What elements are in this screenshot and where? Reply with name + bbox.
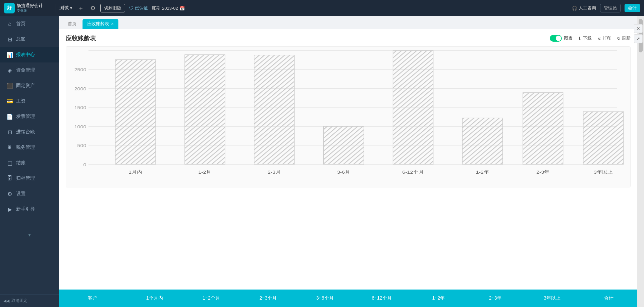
role-button[interactable]: 会计 [625,4,640,12]
funds-icon: ◈ [7,67,13,73]
svg-text:1-2年: 1-2年 [476,170,489,175]
table-col-2m: 1~2个月 [183,295,239,301]
svg-text:1000: 1000 [74,124,86,129]
svg-rect-16 [324,126,364,164]
chart-toggle-label: 图表 [564,35,573,41]
add-button[interactable]: ＋ [76,3,86,13]
sidebar-item-ledger[interactable]: ⊞ 总账 [0,32,59,47]
user-button[interactable]: 管理员 [600,4,621,12]
tab-home[interactable]: 首页 [63,19,81,29]
tax-icon: 🖩 [7,144,13,150]
consult-button[interactable]: 🎧 人工咨询 [572,5,596,11]
svg-text:2500: 2500 [74,68,86,73]
sidebar-label-salary: 工资 [16,98,25,104]
switch-version-button[interactable]: 切到旧版 [100,4,125,12]
topbar: 好 畅捷通好会计 专业版 测试 ▾ ＋ ⚙ 切到旧版 🛡 已认证 账期 2023… [0,0,644,16]
invoice-icon: 📄 [7,114,13,120]
home-icon: ⌂ [7,21,13,27]
sidebar-label-funds: 资金管理 [16,67,35,73]
sidebar-label-home: 首页 [16,21,25,27]
svg-text:2-3年: 2-3年 [536,170,549,175]
right-scrollbar[interactable]: ✕ ⤢ [637,16,644,307]
sidebar-item-home[interactable]: ⌂ 首页 [0,16,59,32]
sidebar-item-funds[interactable]: ◈ 资金管理 [0,62,59,78]
scroll-down-icon: ▼ [28,233,32,237]
refresh-icon: ↻ [617,36,621,41]
project-name: 测试 [59,5,69,11]
closing-icon: ◫ [7,160,13,166]
svg-text:3年以上: 3年以上 [594,170,613,175]
table-col-total: 合计 [581,295,637,301]
sidebar-item-settings[interactable]: ⚙ 设置 [0,186,59,202]
sidebar-label-assets: 固定资产 [16,83,35,89]
archive-icon: 🗄 [7,175,13,181]
chart-toggle[interactable]: 图表 [550,35,573,42]
table-col-3y: 2~3年 [467,295,524,301]
content-area: 首页 应收账龄表 × 应收账龄表 图表 [59,16,637,307]
svg-text:500: 500 [77,143,86,148]
period-value: 2023-02 [162,6,178,11]
sidebar-item-reports[interactable]: 📊 报表中心 [0,47,59,62]
reports-icon: 📊 [7,52,13,58]
table-col-customer: 客户 [59,295,126,301]
main-layout: ⌂ 首页 ⊞ 总账 📊 报表中心 ◈ 资金管理 ⬛ 固定资产 💳 工资 📄 发票… [0,16,644,307]
sidebar-label-ledger: 总账 [16,36,25,42]
toggle-thumb [556,36,561,41]
expand-window-button[interactable]: ⤢ [634,34,643,43]
close-window-button[interactable]: ✕ [634,24,643,33]
table-section: 客户 1个月内 1~2个月 2~3个月 3~6个月 6~12个月 1~2年 2~… [59,290,637,307]
settings-icon[interactable]: ⚙ [88,3,98,13]
app-edition: 专业版 [17,8,43,13]
sidebar-item-archive[interactable]: 🗄 归档管理 [0,171,59,186]
window-controls: ✕ ⤢ [633,23,644,44]
sidebar-item-salary[interactable]: 💳 工资 [0,93,59,109]
tab-aging-label: 应收账龄表 [87,21,109,27]
sidebar-label-invoice: 发票管理 [16,114,35,120]
sidebar-label-guide: 新手引导 [16,206,35,212]
sidebar-label-reports: 报表中心 [16,52,35,58]
ledger-icon: ⊞ [7,36,13,42]
toggle-track[interactable] [550,35,562,42]
svg-rect-17 [393,50,433,164]
table-col-6m: 3~6个月 [297,295,353,301]
svg-rect-18 [462,118,502,164]
svg-text:1500: 1500 [74,105,86,111]
tab-close-icon[interactable]: × [111,21,114,27]
print-label: 打印 [603,35,611,41]
logo-icon: 好 [4,3,15,13]
sidebar-item-invoice[interactable]: 📄 发票管理 [0,109,59,124]
print-icon: 🖨 [597,36,601,41]
sidebar-item-assets[interactable]: ⬛ 固定资产 [0,78,59,93]
sidebar-item-closing[interactable]: ◫ 结账 [0,155,59,171]
bar-chart: 0 500 1000 1500 2000 2500 [66,47,630,187]
sidebar-label-settings: 设置 [16,191,25,197]
tab-aging[interactable]: 应收账龄表 × [83,19,118,29]
svg-rect-13 [115,59,156,164]
app-name: 畅捷通好会计 [17,3,43,8]
svg-text:3-6月: 3-6月 [337,170,350,175]
inventory-icon: ⊡ [7,129,13,135]
sidebar-item-tax[interactable]: 🖩 税务管理 [0,140,59,155]
period-info: 账期 2023-02 📅 [152,5,185,11]
svg-rect-14 [185,55,225,164]
guide-icon: ▶ [7,206,13,212]
unpin-button[interactable]: ◀◀ 取消固定 [0,294,59,307]
page-content: 应收账龄表 图表 ⬇ 下载 🖨 打印 [59,29,637,307]
sidebar-item-guide[interactable]: ▶ 新手引导 [0,202,59,217]
print-button[interactable]: 🖨 打印 [597,35,611,41]
period-label: 账期 [152,5,161,11]
sidebar-label-closing: 结账 [16,160,25,166]
project-selector[interactable]: 测试 ▾ [59,5,72,11]
calendar-icon: 📅 [179,6,185,11]
svg-text:6-12个月: 6-12个月 [402,170,424,175]
sidebar-item-inventory[interactable]: ⊡ 进销台账 [0,124,59,140]
download-button[interactable]: ⬇ 下载 [578,35,592,41]
table-col-12m: 6~12个月 [353,295,410,301]
tab-home-label: 首页 [68,21,76,26]
shield-icon: 🛡 [129,6,133,11]
topbar-divider-1 [55,4,55,12]
sidebar-label-inventory: 进销台账 [16,129,35,135]
svg-rect-15 [254,55,294,164]
refresh-button[interactable]: ↻ 刷新 [617,35,631,41]
sidebar: ⌂ 首页 ⊞ 总账 📊 报表中心 ◈ 资金管理 ⬛ 固定资产 💳 工资 📄 发票… [0,16,59,307]
